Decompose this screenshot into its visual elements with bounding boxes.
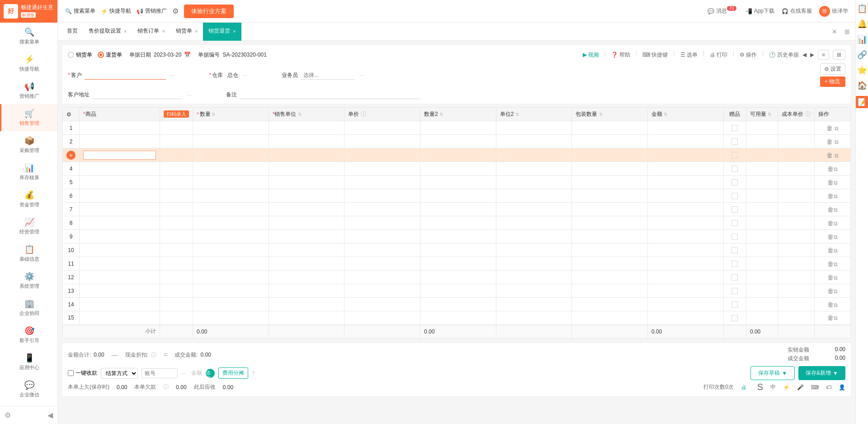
sidebar-settings-btn[interactable]: ⚙ [5, 411, 11, 419]
del-btn[interactable]: 🗑 [827, 192, 834, 200]
unit2-input-2[interactable] [500, 138, 568, 145]
gift-check[interactable] [731, 301, 738, 308]
copy-btn[interactable]: ⧉ [834, 248, 838, 254]
topbar-search[interactable]: 🔍 搜索菜单 [65, 7, 95, 15]
extra-tool-3[interactable]: 🎤 [797, 384, 804, 391]
customer-more-icon[interactable]: ··· [170, 72, 175, 78]
operation-btn[interactable]: ⚙ 操作 [740, 50, 757, 60]
tab-sales-order-close[interactable]: × [162, 29, 165, 34]
next-btn[interactable]: ▶ [810, 50, 814, 60]
sidebar-item-newguide[interactable]: 🎯 新手引导 [0, 321, 57, 348]
unit2-sort-icon[interactable]: ⇅ [515, 112, 519, 117]
trial-button[interactable]: 体验行业方案 [184, 5, 234, 18]
del-btn[interactable]: 🗑 [827, 301, 834, 308]
address-input[interactable] [92, 91, 183, 99]
print-history-icon[interactable]: 🖨 [741, 384, 746, 391]
price-input-2[interactable] [348, 138, 416, 145]
history-btn[interactable]: 🕐 历史单据 [769, 50, 799, 60]
sidebar-item-sales[interactable]: 🛒 销售管理 [0, 104, 57, 131]
del-btn[interactable]: 🗑 [827, 260, 834, 267]
extra-tool-6[interactable]: 👤 [839, 384, 845, 391]
sidebar-item-member[interactable]: 👑 畅会员 [0, 403, 57, 406]
product-input-2[interactable] [83, 138, 156, 145]
sidebar-item-search[interactable]: 🔍 搜索菜单 [0, 23, 57, 50]
calendar-icon[interactable]: 📅 [184, 52, 191, 58]
salesperson-input[interactable] [301, 71, 355, 80]
unit-sort-icon[interactable]: ⇅ [298, 112, 302, 117]
copy-btn[interactable]: ⧉ [834, 288, 838, 295]
gift-check[interactable] [731, 193, 738, 199]
video-btn[interactable]: ▶ 视频 [583, 50, 599, 60]
settle-method-select[interactable]: 结算方式 [101, 368, 138, 379]
pack-sort-icon[interactable]: ⇅ [599, 112, 603, 117]
qty2-input-1[interactable] [424, 125, 492, 131]
gift-check[interactable] [731, 233, 738, 240]
right-panel-btn-6[interactable]: 🏠 [857, 81, 867, 91]
del-btn[interactable]: 🗑 [827, 219, 834, 227]
th-scan[interactable]: 扫码录入 [160, 108, 193, 121]
settings-btn[interactable]: ⚙ 设置 [820, 63, 845, 75]
qty-input-2[interactable] [197, 138, 265, 145]
copy-row-1-btn[interactable]: ⧉ [835, 125, 839, 132]
account-more-icon[interactable]: ··· [181, 370, 186, 376]
del-btn[interactable]: 🗑 [827, 247, 834, 254]
column-settings-icon[interactable]: ⚙ [66, 111, 71, 118]
amount-input-1[interactable] [651, 125, 720, 131]
expand-tabs-btn[interactable]: ⊞ [843, 26, 852, 37]
tab-sales-return[interactable]: 销货退货 × [203, 23, 241, 41]
view-list-btn[interactable]: ≡ [818, 50, 829, 60]
copy-btn[interactable]: ⧉ [834, 180, 838, 186]
extra-tool-5[interactable]: 🏷 [826, 384, 831, 391]
discount-info-icon[interactable]: ⓘ [151, 351, 156, 359]
tab-sales-order[interactable]: 销售订单 × [132, 23, 170, 41]
gift-check[interactable] [731, 206, 738, 213]
add-account-btn[interactable]: + 添加 [206, 369, 215, 378]
help-btn[interactable]: ❓ 帮助 [611, 50, 630, 60]
sidebar-item-inventory[interactable]: 📊 库存核算 [0, 158, 57, 186]
topbar-shortcuts[interactable]: ⚡ 快捷导航 [101, 7, 131, 15]
copy-btn[interactable]: ⧉ [834, 234, 838, 240]
gift-check[interactable] [731, 274, 738, 281]
sidebar-item-basic[interactable]: 📋 基础信息 [0, 240, 57, 267]
copy-btn[interactable]: ⧉ [834, 261, 838, 267]
gift-check-1[interactable] [731, 125, 738, 131]
tab-sales[interactable]: 销货单 × [170, 23, 203, 41]
sidebar-collapse-btn[interactable]: ◀ [47, 411, 53, 419]
save-new-btn[interactable]: 保存&新增 ▼ [798, 366, 845, 380]
del-btn[interactable]: 🗑 [827, 274, 834, 281]
prev-btn[interactable]: ◀ [802, 50, 807, 60]
sidebar-item-apps[interactable]: 📱 应用中心 [0, 348, 57, 376]
topbar-user[interactable]: 徐 徐泽华 [819, 6, 848, 17]
product-input-1[interactable] [83, 125, 156, 131]
warehouse-more-icon[interactable]: ··· [243, 72, 247, 78]
sidebar-item-enterprise[interactable]: 🏢 企业协同 [0, 294, 57, 321]
salesperson-more-icon[interactable]: ··· [359, 72, 364, 78]
amount-input-2[interactable] [651, 138, 720, 145]
del-btn[interactable]: 🗑 [827, 179, 834, 186]
save-draft-btn[interactable]: 保存草稿 ▼ [750, 366, 795, 380]
right-panel-btn-7[interactable]: 📝 [856, 96, 868, 108]
select-doc-btn[interactable]: ☰ 选单 [680, 50, 698, 60]
topbar-messages[interactable]: 💬 消息 70 [708, 7, 738, 15]
unit-input-2[interactable] [273, 138, 341, 145]
copy-btn[interactable]: ⧉ [834, 302, 838, 308]
price-info-icon[interactable]: ⓘ [361, 111, 366, 117]
delete-row-3-btn[interactable]: 🗑 [826, 152, 833, 159]
extra-tool-1[interactable]: 中 [770, 383, 776, 391]
copy-btn[interactable]: ⧉ [834, 275, 838, 281]
scan-input-btn[interactable]: 扫码录入 [164, 110, 189, 118]
product-input-3[interactable] [83, 151, 156, 160]
gift-check[interactable] [731, 261, 738, 267]
copy-btn[interactable]: ⧉ [834, 207, 838, 213]
amount-sort-icon[interactable]: ⇅ [664, 112, 667, 117]
pack-input-1[interactable] [576, 125, 644, 131]
topbar-gear-icon[interactable]: ⚙ [172, 7, 179, 15]
qty-input-1[interactable] [197, 125, 265, 131]
qty2-sort-icon[interactable]: ⇅ [439, 112, 443, 117]
del-btn[interactable]: 🗑 [827, 233, 834, 240]
available-sort-icon[interactable]: ⇅ [768, 112, 771, 117]
one-click-receive-label[interactable]: 一键收款 [68, 369, 97, 377]
price-input-1[interactable] [348, 125, 416, 131]
gift-check[interactable] [731, 166, 738, 172]
sidebar-item-finance[interactable]: 💰 资金管理 [0, 186, 57, 213]
